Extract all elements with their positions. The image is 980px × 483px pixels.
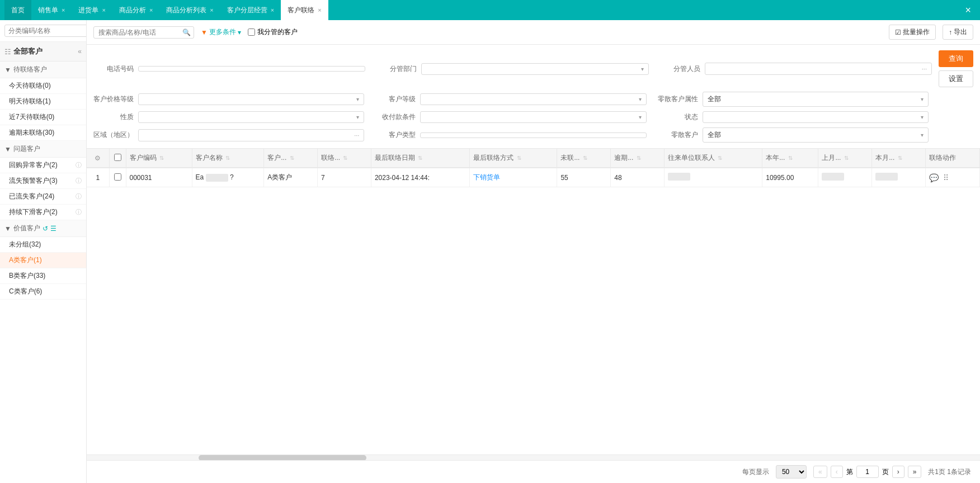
close-all-button[interactable]: × <box>960 4 976 16</box>
tab-customer-contact-close[interactable]: × <box>318 7 321 13</box>
sidebar-section-value[interactable]: ▼ 价值客户 ↺ ☰ <box>0 220 86 237</box>
filter-more-conditions[interactable]: ▼ 更多条件 ▾ <box>201 27 241 37</box>
sort-icon-overdue[interactable]: ⇅ <box>637 155 641 161</box>
row-checkbox[interactable] <box>114 173 121 181</box>
sidebar-item-abnormal[interactable]: 回购异常客户(2) ⓘ <box>0 158 86 173</box>
col-check-all[interactable] <box>109 149 126 168</box>
sidebar-item-today-label: 今天待联络(0) <box>9 81 51 91</box>
filter-label-region: 区域（地区） <box>93 130 138 140</box>
sidebar-item-unclassified[interactable]: 未分组(32) <box>0 237 86 253</box>
filter-label-phone: 电话号码 <box>93 64 138 74</box>
last-method-link[interactable]: 下销货单 <box>473 173 500 181</box>
tab-product-analysis-list[interactable]: 商品分析列表 × <box>159 0 220 20</box>
filter-control-price-level[interactable]: ▾ <box>138 93 364 105</box>
tab-sales[interactable]: 销售单 × <box>31 0 72 20</box>
sort-icon-contact[interactable]: ⇅ <box>343 155 347 161</box>
filter-control-customer-type[interactable] <box>420 132 646 138</box>
filter-field-customer-level: 客户等级 ▾ <box>375 93 646 105</box>
last-page-button[interactable]: » <box>908 466 922 478</box>
tab-home[interactable]: 首页 <box>4 0 31 20</box>
sort-icon-year-amount[interactable]: ⇅ <box>788 155 793 161</box>
filter-control-manager[interactable]: ··· <box>705 63 932 75</box>
filter-control-region[interactable]: ··· <box>138 129 364 141</box>
sort-icon-partner-contacts[interactable]: ⇅ <box>718 155 722 161</box>
action-chat-icon[interactable]: 💬 <box>929 173 939 182</box>
sort-icon-this-month[interactable]: ⇅ <box>898 155 902 161</box>
sidebar-section-problem[interactable]: ▼ 问题客户 <box>0 141 86 158</box>
sidebar-section-pending[interactable]: ▼ 待联络客户 <box>0 61 86 78</box>
filter-control-customer-level[interactable]: ▾ <box>420 93 646 105</box>
value-settings-icon[interactable]: ☰ <box>50 225 56 233</box>
col-header-not-contact: 未联... ⇅ <box>557 149 611 168</box>
page-size-select[interactable]: 50 100 200 <box>776 465 807 479</box>
filter-search-icon[interactable]: 🔍 <box>182 29 191 36</box>
first-page-button[interactable]: « <box>813 466 827 478</box>
filter-control-retail-attr[interactable]: 全部 ▾ <box>703 92 929 107</box>
tab-purchase[interactable]: 进货单 × <box>72 0 112 20</box>
sidebar-search-input[interactable] <box>4 25 87 37</box>
table-settings-icon[interactable]: ⚙ <box>95 154 101 162</box>
sidebar-collapse-icon[interactable]: « <box>78 48 82 55</box>
sort-icon-name[interactable]: ⇅ <box>225 155 230 161</box>
sidebar-item-tomorrow[interactable]: 明天待联络(1) <box>0 94 86 110</box>
more-btn-region[interactable]: ··· <box>354 132 359 139</box>
tab-customer-tier-close[interactable]: × <box>271 7 274 13</box>
check-all-checkbox[interactable] <box>114 154 121 161</box>
col-header-action: 联络动作 <box>926 149 980 168</box>
filter-row-2: 客户价格等级 ▾ 客户等级 ▾ 零散客户属性 <box>93 92 973 107</box>
sort-icon-last-month[interactable]: ⇅ <box>844 155 849 161</box>
sidebar-item-class-a-label: A类客户(1) <box>9 255 42 265</box>
tab-product-analysis-close[interactable]: × <box>149 7 153 13</box>
table-scroll-track[interactable] <box>87 454 980 460</box>
sidebar-all-customers[interactable]: ☷ 全部客户 « <box>0 42 86 61</box>
col-header-last-month: 上月... ⇅ <box>818 149 872 168</box>
tab-product-analysis-list-close[interactable]: × <box>210 7 213 13</box>
filter-control-payment[interactable]: ▾ <box>420 111 646 123</box>
export-button[interactable]: ↑ 导出 <box>943 25 973 40</box>
batch-operation-button[interactable]: ☑ 批量操作 <box>889 25 936 40</box>
cell-check[interactable] <box>109 168 126 187</box>
sidebar-item-today[interactable]: 今天待联络(0) <box>0 78 86 94</box>
more-btn-manager[interactable]: ··· <box>922 65 927 72</box>
next-page-button[interactable]: › <box>892 466 904 478</box>
sidebar-item-churned[interactable]: 已流失客户(24) ⓘ <box>0 189 86 205</box>
sidebar-item-class-a[interactable]: A类客户(1) <box>0 253 86 268</box>
filter-control-status[interactable]: ▾ <box>703 111 929 123</box>
sidebar-item-7days[interactable]: 近7天待联络(0) <box>0 110 86 125</box>
cell-action: 💬 ⠿ <box>926 168 980 187</box>
page-number-input[interactable] <box>856 466 879 478</box>
col-label-last-method: 最后联络方式 <box>473 154 513 162</box>
filter-panel: 电话号码 分管部门 ▾ 分管人员 <box>87 45 980 149</box>
filter-control-phone[interactable] <box>138 66 365 72</box>
sidebar-item-declining[interactable]: 持续下滑客户(2) ⓘ <box>0 205 86 220</box>
action-more-icon[interactable]: ⠿ <box>943 173 949 182</box>
col-header-code: 客户编码 ⇅ <box>126 149 192 168</box>
tab-customer-tier[interactable]: 客户分层经营 × <box>220 0 281 20</box>
sort-icon-last-date[interactable]: ⇅ <box>418 155 422 161</box>
bottom-bar: 每页显示 50 100 200 « ‹ 第 页 › » 共1页 1条记录 <box>87 460 980 483</box>
prev-page-button[interactable]: ‹ <box>831 466 843 478</box>
filter-search-input[interactable] <box>98 29 182 36</box>
sidebar-item-churn-warning[interactable]: 流失预警客户(3) ⓘ <box>0 173 86 189</box>
sort-icon-type[interactable]: ⇅ <box>290 155 294 161</box>
filter-control-retail[interactable]: 全部 ▾ <box>703 127 929 143</box>
filter-control-dept[interactable]: ▾ <box>421 63 648 75</box>
query-button[interactable]: 查询 <box>939 50 973 67</box>
sort-icon-last-method[interactable]: ⇅ <box>517 155 521 161</box>
dropdown-arrow-payment: ▾ <box>639 114 642 120</box>
sidebar-item-class-b[interactable]: B类客户(33) <box>0 268 86 284</box>
sidebar-item-overdue[interactable]: 逾期未联络(30) <box>0 125 86 141</box>
my-customers-filter[interactable]: 我分管的客户 <box>248 27 298 37</box>
sidebar-item-class-c[interactable]: C类客户(6) <box>0 284 86 300</box>
filter-control-nature[interactable]: ▾ <box>138 111 364 123</box>
value-refresh-icon[interactable]: ↺ <box>43 225 48 233</box>
my-customers-checkbox[interactable] <box>248 29 255 36</box>
sort-icon-code[interactable]: ⇅ <box>159 155 164 161</box>
tab-product-analysis[interactable]: 商品分析 × <box>112 0 159 20</box>
col-settings[interactable]: ⚙ <box>87 149 109 168</box>
settings-button[interactable]: 设置 <box>939 70 973 87</box>
sort-icon-not-contact[interactable]: ⇅ <box>583 155 587 161</box>
tab-sales-close[interactable]: × <box>62 7 65 13</box>
tab-purchase-close[interactable]: × <box>102 7 105 13</box>
tab-customer-contact[interactable]: 客户联络 × <box>281 0 328 20</box>
